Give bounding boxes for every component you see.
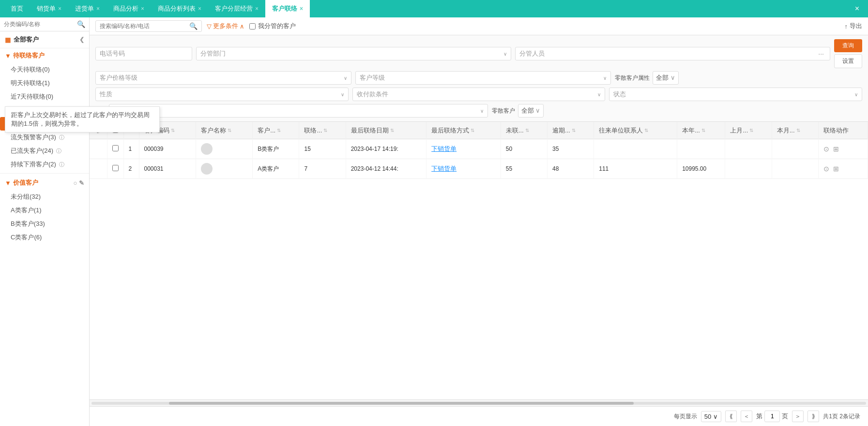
settings-button[interactable]: 设置 [834, 54, 862, 68]
sidebar-collapse-btn[interactable]: ❮ [79, 36, 84, 43]
sidebar-search-input[interactable] [4, 21, 77, 28]
per-page-select[interactable]: 50 ∨ [701, 411, 721, 422]
more-icon-1[interactable]: ⊞ [833, 145, 839, 153]
sidebar-ungroup[interactable]: 未分组(32) [0, 190, 89, 204]
sort-icon[interactable]: ⇅ [277, 128, 281, 133]
last-page-btn[interactable]: ⟫ [807, 411, 819, 422]
scatter-attr-select[interactable]: 全部 ∨ [653, 71, 678, 85]
filter-manager[interactable]: 分管人员 ··· [515, 47, 830, 60]
sort-icon[interactable]: ⇅ [390, 128, 394, 133]
sort-icon[interactable]: ⇅ [749, 128, 753, 133]
nav-item-product-analysis[interactable]: 商品分析 × [107, 0, 151, 17]
chevron-down-icon: ∨ [603, 75, 607, 81]
my-customers-check[interactable]: 我分管的客户 [249, 22, 296, 30]
filter-price-tier[interactable]: 客户价格等级 ∨ [95, 71, 351, 85]
cell-thismonth-1 [772, 139, 818, 159]
cell-lastmonth-1 [725, 139, 772, 159]
contact-icon-2[interactable]: ⊙ [823, 165, 829, 173]
sidebar-item-today[interactable]: 今天待联络(0) [0, 63, 89, 76]
sort-icon[interactable]: ⇅ [228, 128, 231, 133]
contact-method-link-2[interactable]: 下销货单 [431, 165, 457, 172]
sidebar-search-icon[interactable]: 🔍 [77, 20, 85, 28]
filter-payment[interactable]: 收付款条件 ∨ [352, 88, 606, 101]
contact-method-link-1[interactable]: 下销货单 [431, 145, 457, 152]
tooltip-box: 距客户上次交易时长，超过了此客户的平均交易周期的1.5倍，则视为异常。 [5, 106, 90, 132]
nav-item-customer-contact[interactable]: 客户联络 × [265, 0, 310, 17]
cell-name-2 [196, 159, 252, 179]
contact-icon-1[interactable]: ⊙ [823, 145, 829, 153]
cell-type-2: A类客户 [253, 159, 299, 179]
filter-dept[interactable]: 分管部门 ∨ [196, 47, 511, 60]
sort-icon[interactable]: ⇅ [525, 128, 529, 133]
window-close-button[interactable]: × [850, 4, 864, 13]
filter-customer-type[interactable]: 客户类型 ∨ [109, 104, 488, 118]
more-conditions-btn[interactable]: ▽ 更多条件 ∧ [207, 22, 244, 30]
cell-overdue-2: 48 [548, 159, 594, 179]
sidebar-c-class[interactable]: C类客户(6) [0, 231, 89, 244]
sidebar-a-class[interactable]: A类客户(1) [0, 204, 89, 217]
row-checkbox-2[interactable] [112, 165, 119, 171]
nav-item-home[interactable]: 首页 [4, 0, 30, 17]
sidebar-item-7days[interactable]: 近7天待联络(0) [0, 90, 89, 103]
cell-year-2: 10995.00 [677, 159, 725, 179]
chevron-down-icon: ∨ [854, 92, 858, 97]
ellipsis-icon[interactable]: ··· [816, 50, 826, 58]
close-icon[interactable]: × [198, 5, 201, 12]
sort-icon[interactable]: ⇅ [572, 128, 576, 133]
sidebar-item-declining[interactable]: 持续下滑客户(2) ⓘ [0, 158, 89, 171]
filter-status[interactable]: 状态 ∨ [609, 88, 862, 101]
table-row: 1 000039 B类客户 15 2023-04-17 14:19: 下销货单 [90, 139, 868, 159]
horizontal-scrollbar[interactable] [90, 399, 868, 406]
sort-icon[interactable]: ⇅ [323, 128, 327, 133]
close-icon-active[interactable]: × [300, 5, 303, 12]
sidebar-b-class[interactable]: B类客户(33) [0, 217, 89, 231]
sidebar-value-group[interactable]: ▼ 价值客户 ○ ✎ [0, 176, 89, 190]
edit-icons[interactable]: ○ ✎ [74, 179, 84, 187]
close-icon[interactable]: × [255, 5, 259, 12]
sidebar-item-tomorrow[interactable]: 明天待联络(1) [0, 76, 89, 90]
nav-item-product-list[interactable]: 商品分析列表 × [151, 0, 208, 17]
close-icon[interactable]: × [96, 5, 100, 12]
filter-customer-tier[interactable]: 客户等级 ∨ [355, 71, 611, 85]
filter-phone[interactable]: 电话号码 [95, 47, 192, 60]
per-page-label: 每页显示 [674, 412, 697, 421]
sort-icon[interactable]: ⇅ [701, 128, 705, 133]
first-page-btn[interactable]: ⟪ [725, 411, 737, 422]
sidebar-item-churn-warning[interactable]: 流失预警客户(3) ⓘ [0, 131, 89, 144]
close-icon[interactable]: × [141, 5, 144, 12]
sort-icon[interactable]: ⇅ [796, 128, 800, 133]
cell-name-1 [196, 139, 252, 159]
cell-last-method-2: 下销货单 [426, 159, 501, 179]
sort-icon[interactable]: ⇅ [644, 128, 648, 133]
search-input-wrap: 🔍 [95, 20, 202, 32]
scroll-thumb[interactable] [169, 402, 634, 405]
page-info: 第 页 [756, 411, 788, 422]
search-input[interactable] [100, 23, 189, 29]
page-number-input[interactable] [764, 411, 780, 422]
nav-item-sales[interactable]: 销货单 × [30, 0, 68, 17]
more-icon-2[interactable]: ⊞ [833, 165, 839, 173]
close-icon[interactable]: × [58, 5, 61, 12]
row-checkbox-1[interactable] [112, 145, 119, 151]
next-page-btn[interactable]: ＞ [792, 411, 804, 422]
sidebar-item-churned[interactable]: 已流失客户(24) ⓘ [0, 144, 89, 158]
chevron-down-icon: ∨ [535, 107, 540, 114]
filter-nature[interactable]: 性质 ∨ [95, 88, 349, 101]
sidebar-all-customers[interactable]: ▦ 全部客户 ❮ [0, 31, 89, 48]
nav-item-customer-tier[interactable]: 客户分层经营 × [208, 0, 265, 17]
sidebar-pending-section[interactable]: ▼ 待联络客户 [0, 48, 89, 63]
sort-icon[interactable]: ⇅ [171, 128, 175, 133]
query-button[interactable]: 查询 [834, 39, 862, 52]
cell-index-2: 2 [123, 159, 139, 179]
cell-settings-1 [90, 139, 107, 159]
nav-item-purchase[interactable]: 进货单 × [68, 0, 107, 17]
my-customers-checkbox[interactable] [249, 23, 256, 29]
cell-last-method-1: 下销货单 [426, 139, 501, 159]
sort-icon[interactable]: ⇅ [471, 128, 474, 133]
prev-page-btn[interactable]: ＜ [741, 411, 752, 422]
cell-unit-1 [594, 139, 677, 159]
search-icon[interactable]: 🔍 [189, 22, 198, 30]
col-overdue: 逾期... ⇅ [548, 122, 594, 139]
export-button[interactable]: ↑ 导出 [845, 22, 863, 30]
scatter-customer-select[interactable]: 全部 ∨ [518, 104, 544, 118]
